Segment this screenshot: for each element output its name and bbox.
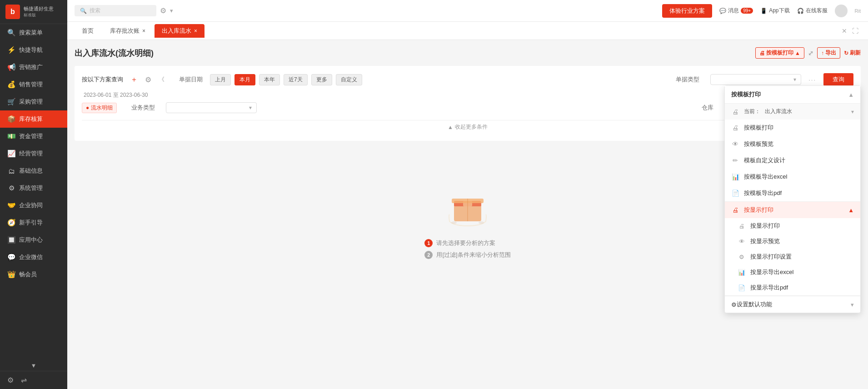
sidebar-item-quick-nav[interactable]: ⚡ 快捷导航 xyxy=(0,41,67,59)
messages-btn[interactable]: 💬 消息 99+ xyxy=(719,7,753,15)
page-title-row: 出入库流水(流水明细) 🖨 按模板打印 ▲ ⤢ ↑ 导出 ↻ 刷新 xyxy=(75,47,861,59)
filter-collapse-icon[interactable]: 《 xyxy=(159,75,165,84)
sidebar-item-sales[interactable]: 💰 销售管理 xyxy=(0,76,67,93)
scroll-down-arrow[interactable]: ▼ xyxy=(0,360,67,371)
sidebar-item-label: 库存核算 xyxy=(19,115,43,123)
apps-icon: 🔲 xyxy=(7,236,15,244)
wechat-icon: 💬 xyxy=(7,253,15,261)
tab-batch[interactable]: 库存批次账 × xyxy=(103,24,153,38)
footer-caret: ▾ xyxy=(851,301,854,308)
sidebar-toggle-icon[interactable]: ⇌ xyxy=(21,376,27,384)
service-icon: 🎧 xyxy=(797,8,804,14)
dropdown-template-pdf[interactable]: 📄 按模板导出pdf xyxy=(725,185,860,201)
app-download-btn[interactable]: 📱 App下载 xyxy=(760,7,789,15)
sidebar: b 畅捷通好生意 标准版 🔍 搜索菜单 ⚡ 快捷导航 📢 营销推广 💰 销售管理… xyxy=(0,0,67,389)
refresh-icon: ↻ xyxy=(844,50,848,56)
print-label: 按模板打印 xyxy=(766,49,793,57)
tab-batch-close[interactable]: × xyxy=(142,28,145,34)
dropdown-display-header[interactable]: 🖨 按显示打印 ▲ xyxy=(725,202,860,218)
filter-settings-icon[interactable]: ⚙ xyxy=(145,75,151,84)
display-header-label: 按显示打印 xyxy=(744,206,773,214)
sidebar-item-collab[interactable]: 🤝 企业协同 xyxy=(0,197,67,214)
sidebar-item-member[interactable]: 👑 畅会员 xyxy=(0,266,67,283)
refresh-btn[interactable]: ↻ 刷新 xyxy=(844,49,861,57)
display-pdf-label: 按显示导出pdf xyxy=(750,284,788,292)
display-pdf[interactable]: 📄 按显示导出pdf xyxy=(725,280,860,295)
template-design-icon: ✏ xyxy=(731,157,739,164)
dropdown-header-label: 按模板打印 xyxy=(731,90,761,99)
date-this-month[interactable]: 本月 xyxy=(234,74,255,85)
display-excel-label: 按显示导出excel xyxy=(750,268,793,276)
filter-tag-icon: ● xyxy=(86,105,89,111)
date-custom[interactable]: 自定义 xyxy=(336,74,362,85)
sidebar-item-guide[interactable]: 🧭 新手引导 xyxy=(0,214,67,231)
date-this-year[interactable]: 本年 xyxy=(259,74,280,85)
print-arrow-up: ▲ xyxy=(795,50,800,56)
filter-tag: ● 流水明细 xyxy=(82,103,117,113)
more-dots-1[interactable]: ··· xyxy=(808,76,816,83)
dropdown-template-print[interactable]: 🖨 按模板打印 xyxy=(725,120,860,136)
topbar-left: 🔍 搜索 ⚙ ▾ xyxy=(75,5,657,16)
sidebar-item-system[interactable]: ⚙ 系统管理 xyxy=(0,180,67,197)
step-1-text: 请先选择要分析的方案 xyxy=(436,237,495,249)
export-btn[interactable]: ↑ 导出 xyxy=(817,47,840,59)
sidebar-item-inventory[interactable]: 📦 库存核算 xyxy=(0,110,67,128)
sidebar-item-marketing[interactable]: 📢 营销推广 xyxy=(0,59,67,76)
step-num-1: 1 xyxy=(424,239,433,247)
sidebar-item-basic[interactable]: 🗂 基础信息 xyxy=(0,162,67,180)
sidebar-settings-icon[interactable]: ⚙ xyxy=(7,376,14,384)
dropdown-template-excel[interactable]: 📊 按模板导出excel xyxy=(725,169,860,185)
display-excel[interactable]: 📊 按显示导出excel xyxy=(725,264,860,280)
dropdown-footer[interactable]: ⚙ 设置默认功能 ▾ xyxy=(725,296,860,313)
expand-btn[interactable]: ⤢ xyxy=(808,50,813,57)
inventory-icon: 📦 xyxy=(7,115,15,123)
sidebar-item-purchase[interactable]: 🛒 采购管理 xyxy=(0,93,67,110)
sidebar-item-finance[interactable]: 💵 资金管理 xyxy=(0,128,67,145)
tab-home[interactable]: 首页 xyxy=(75,24,101,38)
topbar-settings-icon[interactable]: ⚙ xyxy=(160,6,166,15)
sidebar-item-wechat[interactable]: 💬 企业微信 xyxy=(0,249,67,266)
search-box[interactable]: 🔍 搜索 xyxy=(75,5,156,16)
sidebar-item-label: 基础信息 xyxy=(19,167,43,175)
maximize-window-btn[interactable]: ⛶ xyxy=(852,27,859,35)
dropdown-template-preview[interactable]: 👁 按模板预览 xyxy=(725,136,860,152)
topbar-dropdown-icon[interactable]: ▾ xyxy=(170,7,173,14)
empty-svg xyxy=(445,183,490,228)
tab-flow[interactable]: 出入库流水 × xyxy=(155,24,205,38)
display-preview[interactable]: 👁 按显示预览 xyxy=(725,234,860,249)
display-print-icon: 🖨 xyxy=(738,223,746,229)
sidebar-item-label: 采购管理 xyxy=(19,98,43,106)
dropdown-current-item[interactable]: 🖨 当前： 出入库流水 ▾ xyxy=(725,104,860,120)
date-last-month[interactable]: 上月 xyxy=(210,74,231,85)
online-service-btn[interactable]: 🎧 在线客服 xyxy=(797,7,828,15)
tab-flow-close[interactable]: × xyxy=(194,28,197,34)
display-header-icon: 🖨 xyxy=(731,206,739,214)
purchase-icon: 🛒 xyxy=(7,98,15,106)
dropdown-template-design[interactable]: ✏ 模板自定义设计 xyxy=(725,152,860,169)
search-placeholder: 搜索 xyxy=(90,7,100,15)
sidebar-item-operation[interactable]: 📈 经营管理 xyxy=(0,145,67,162)
user-name: Rit xyxy=(855,8,861,14)
user-avatar[interactable] xyxy=(835,5,848,17)
query-button[interactable]: 查询 xyxy=(823,73,853,86)
doc-type-select[interactable]: ▾ xyxy=(710,74,801,85)
sidebar-item-apps[interactable]: 🔲 应用中心 xyxy=(0,231,67,249)
template-print-label: 按模板打印 xyxy=(744,124,773,132)
filter-add-icon[interactable]: ＋ xyxy=(130,75,138,85)
print-template-btn[interactable]: 🖨 按模板打印 ▲ xyxy=(755,47,804,59)
app-version: 标准版 xyxy=(24,12,54,18)
date-more[interactable]: 更多 xyxy=(311,74,332,85)
display-print[interactable]: 🖨 按显示打印 xyxy=(725,218,860,234)
step-1: 1 请先选择要分析的方案 xyxy=(424,237,510,249)
trial-button[interactable]: 体验行业方案 xyxy=(662,4,712,18)
close-window-btn[interactable]: ✕ xyxy=(841,27,848,35)
member-icon: 👑 xyxy=(7,270,15,279)
dropdown-close-icon[interactable]: ▲ xyxy=(848,91,854,98)
biz-type-select[interactable]: ▾ xyxy=(166,102,257,113)
display-print-settings[interactable]: ⚙ 按显示打印设置 xyxy=(725,249,860,264)
tabs-bar: 首页 库存批次账 × 出入库流水 × ✕ ⛶ xyxy=(67,22,868,40)
sidebar-bottom: ⚙ ⇌ xyxy=(0,371,67,389)
sidebar-item-search[interactable]: 🔍 搜索菜单 xyxy=(0,24,67,41)
date-range-text: 2023-06-01 至 2023-06-30 xyxy=(84,92,148,98)
date-7days[interactable]: 近7天 xyxy=(284,74,308,85)
